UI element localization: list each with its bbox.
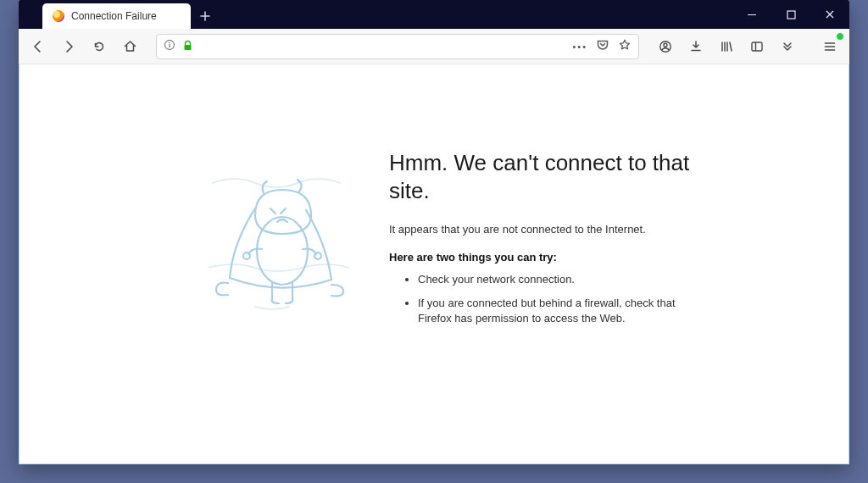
svg-point-8 bbox=[257, 217, 308, 285]
toolbar: ••• bbox=[19, 29, 849, 64]
svg-point-10 bbox=[314, 253, 321, 259]
browser-tab[interactable]: Connection Failure bbox=[42, 3, 191, 29]
site-info-icon[interactable] bbox=[164, 39, 175, 54]
error-tips-list: Check your network connection. If you ar… bbox=[389, 272, 694, 327]
svg-rect-4 bbox=[185, 45, 192, 50]
window-close-button[interactable] bbox=[810, 0, 849, 29]
app-menu-button[interactable] bbox=[817, 34, 843, 59]
page-content: Hmm. We can't connect to that site. It a… bbox=[19, 64, 849, 464]
svg-point-2 bbox=[169, 42, 170, 43]
firefox-icon bbox=[53, 10, 64, 22]
browser-window: Connection Failure bbox=[19, 0, 849, 464]
url-bar[interactable]: ••• bbox=[156, 34, 639, 59]
forward-button[interactable] bbox=[56, 34, 81, 59]
bookmark-star-icon[interactable] bbox=[618, 38, 632, 55]
firefox-account-icon[interactable] bbox=[653, 34, 678, 59]
tab-title: Connection Failure bbox=[71, 10, 157, 22]
window-minimize-button[interactable] bbox=[732, 0, 771, 29]
error-try-heading: Here are two things you can try: bbox=[389, 251, 694, 264]
page-actions-icon[interactable]: ••• bbox=[572, 42, 587, 52]
library-icon[interactable] bbox=[714, 34, 739, 59]
title-bar: Connection Failure bbox=[19, 0, 849, 29]
error-tip: Check your network connection. bbox=[418, 272, 694, 287]
back-button[interactable] bbox=[25, 34, 51, 59]
svg-rect-7 bbox=[752, 42, 762, 51]
svg-rect-0 bbox=[787, 11, 795, 19]
overflow-icon[interactable] bbox=[775, 34, 800, 59]
reload-button[interactable] bbox=[86, 34, 112, 59]
lock-icon[interactable] bbox=[182, 39, 193, 54]
pocket-icon[interactable] bbox=[596, 38, 609, 55]
sidebar-icon[interactable] bbox=[744, 34, 770, 59]
error-heading: Hmm. We can't connect to that site. bbox=[389, 149, 694, 204]
svg-point-6 bbox=[664, 43, 667, 47]
svg-rect-3 bbox=[169, 44, 170, 47]
offline-illustration bbox=[204, 149, 357, 327]
error-subtext: It appears that you are not connected to… bbox=[389, 223, 694, 236]
new-tab-button[interactable] bbox=[191, 3, 220, 29]
error-tip: If you are connected but behind a firewa… bbox=[418, 296, 694, 326]
svg-point-9 bbox=[243, 253, 250, 259]
window-maximize-button[interactable] bbox=[771, 0, 810, 29]
home-button[interactable] bbox=[117, 34, 142, 59]
downloads-icon[interactable] bbox=[683, 34, 709, 59]
